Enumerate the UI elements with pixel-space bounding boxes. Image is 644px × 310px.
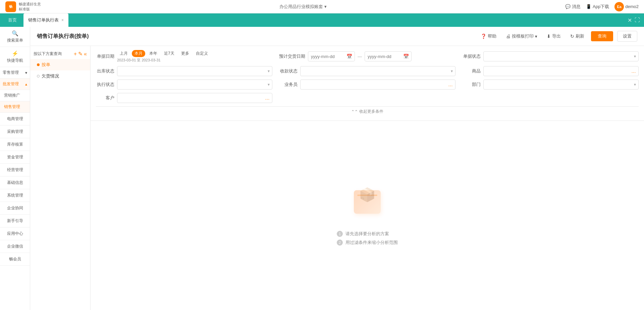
date-range-text: 2023-03-01 至 2023-03-31: [117, 58, 272, 63]
sidebar: 🔍 搜索菜单 ⚡ 快捷导航 零售管理 ▾ 批发管理 ▴ 营销推广 销售管理 电商…: [0, 27, 30, 310]
left-panel-header: 按以下方案查询 + ✎ «: [30, 49, 90, 59]
receipt-status-select[interactable]: [300, 66, 455, 76]
sidebar-sub-sales[interactable]: 销售管理: [0, 101, 30, 113]
goods-input[interactable]: [483, 66, 639, 76]
date-tab-7-days[interactable]: 近7天: [161, 50, 177, 57]
add-scheme-button[interactable]: +: [74, 51, 77, 57]
tab-close-icon[interactable]: ×: [61, 18, 64, 22]
dept-select[interactable]: [483, 80, 639, 90]
empty-steps: 1 请先选择要分析的方案 2 用过滤条件来缩小分析范围: [337, 231, 398, 246]
sidebar-wholesale-label: 批发管理: [3, 81, 19, 87]
collapse-panel-button[interactable]: «: [84, 51, 87, 57]
tab-minimize-icon[interactable]: ✕: [628, 17, 632, 23]
main-layout: 🔍 搜索菜单 ⚡ 快捷导航 零售管理 ▾ 批发管理 ▴ 营销推广 销售管理 电商…: [0, 27, 644, 310]
expected-date-start-input[interactable]: [308, 51, 355, 61]
help-button[interactable]: ❓ 帮助: [478, 32, 499, 41]
message-nav-item[interactable]: 💬 消息: [565, 4, 581, 10]
empty-step-2: 2 用过滤条件来缩小分析范围: [337, 240, 398, 246]
tab-expand-icon[interactable]: ⛶: [635, 17, 640, 23]
tab-bar: 首页 销售订单执行表 × ✕ ⛶: [0, 13, 644, 27]
sidebar-marketing-label: 营销推广: [4, 93, 20, 98]
status-select[interactable]: [483, 51, 639, 61]
export-button[interactable]: ⬇ 导出: [544, 32, 564, 41]
dept-control: ▾: [483, 80, 639, 90]
message-icon: 💬: [565, 4, 571, 9]
breadcrumb-label[interactable]: 办公用品行业模拟账套: [279, 4, 323, 10]
main-content: 按以下方案查询 + ✎ « 按单 欠货情况: [30, 46, 644, 310]
sidebar-item-operations[interactable]: 经营管理: [0, 164, 30, 176]
query-button[interactable]: 查询: [591, 31, 613, 41]
sidebar-item-member[interactable]: 畅会员: [0, 253, 30, 266]
sidebar-item-purchase[interactable]: 采购管理: [0, 125, 30, 138]
breadcrumb: 办公用品行业模拟账套 ▾: [279, 4, 327, 10]
sidebar-item-enterprise[interactable]: 企业协同: [0, 202, 30, 215]
right-panel: 单据日期 上月 本月 本年 近7天 更多 自定义: [91, 46, 644, 310]
filter-section: 单据日期 上月 本月 本年 近7天 更多 自定义: [91, 46, 644, 121]
sidebar-wholesale-arrow: ▴: [25, 82, 27, 87]
sidebar-purchase-label: 采购管理: [7, 129, 23, 135]
brand-text: 畅捷通好生意 标准版: [19, 2, 41, 11]
salesperson-dots-icon[interactable]: …: [448, 82, 453, 87]
salesperson-cell: 业务员 …: [279, 80, 455, 90]
expected-date-end-input[interactable]: [365, 51, 412, 61]
app-download-nav-item[interactable]: 📱 App下载: [586, 4, 609, 10]
edit-scheme-button[interactable]: ✎: [78, 51, 83, 57]
breadcrumb-dropdown-icon[interactable]: ▾: [324, 4, 327, 9]
dept-label: 部门: [462, 82, 481, 88]
step-1-num: 1: [337, 231, 343, 237]
sidebar-item-quick-nav[interactable]: ⚡ 快捷导航: [0, 47, 30, 67]
content-area: 销售订单执行表(按单) ❓ 帮助 🖨 按模板打印 ▾ ⬇ 导出 ↻ 刷新: [30, 27, 644, 310]
refresh-icon: ↻: [570, 34, 574, 39]
goods-cell: 商品 …: [462, 66, 639, 76]
sidebar-item-system[interactable]: 系统管理: [0, 189, 30, 202]
brand-name: 畅捷通好生意: [19, 2, 41, 6]
sidebar-member-label: 畅会员: [9, 256, 21, 262]
goods-dots-icon[interactable]: …: [631, 68, 636, 74]
receipt-status-cell: 收款状态 ▾: [279, 66, 455, 76]
brand-area: 畅 畅捷通好生意 标准版: [5, 1, 41, 12]
sidebar-item-ecommerce[interactable]: 电商管理: [0, 113, 30, 125]
date-tab-this-year[interactable]: 本年: [147, 50, 160, 57]
sidebar-sub-marketing[interactable]: 营销推广: [0, 90, 30, 101]
delivery-status-select[interactable]: [117, 66, 272, 76]
user-avatar-nav[interactable]: Ea demo2: [614, 2, 639, 11]
salesperson-input[interactable]: [300, 80, 455, 90]
delivery-status-cell: 出库状态 ▾: [96, 66, 272, 76]
empty-step-1: 1 请先选择要分析的方案: [337, 231, 398, 237]
sidebar-item-app-center[interactable]: 应用中心: [0, 227, 30, 240]
collapse-bar[interactable]: ⌃⌃ 收起更多条件: [96, 106, 639, 116]
brand-logo: 畅: [5, 1, 16, 12]
date-tab-more[interactable]: 更多: [178, 50, 192, 57]
tab-home[interactable]: 首页: [3, 13, 22, 27]
sidebar-system-label: 系统管理: [7, 193, 23, 198]
sidebar-item-wholesale[interactable]: 批发管理 ▴: [0, 79, 30, 90]
help-icon: ❓: [481, 34, 486, 39]
settings-button[interactable]: 设置: [617, 31, 637, 42]
sidebar-item-new-user[interactable]: 新手引导: [0, 215, 30, 227]
sidebar-item-finance[interactable]: 资金管理: [0, 151, 30, 164]
scheme-by-order[interactable]: 按单: [30, 59, 90, 70]
customer-dots-icon[interactable]: …: [265, 95, 270, 101]
sidebar-item-wechat[interactable]: 企业微信: [0, 240, 30, 253]
inactive-scheme-indicator: [37, 75, 40, 78]
sidebar-item-basic-info[interactable]: 基础信息: [0, 176, 30, 189]
sidebar-item-search[interactable]: 🔍 搜索菜单: [0, 27, 30, 47]
date-tab-custom[interactable]: 自定义: [193, 50, 211, 57]
tab-sales-order[interactable]: 销售订单执行表 ×: [23, 13, 68, 27]
receipt-status-label: 收款状态: [279, 68, 298, 74]
sidebar-item-retail[interactable]: 零售管理 ▾: [0, 67, 30, 79]
customer-cell: 客户 …: [96, 93, 272, 103]
print-button[interactable]: 🖨 按模板打印 ▾: [503, 32, 540, 41]
customer-input[interactable]: [117, 93, 272, 103]
date-tab-this-month[interactable]: 本月: [132, 50, 145, 57]
scheme-shortage-label: 欠货情况: [42, 73, 59, 79]
sidebar-item-inventory[interactable]: 库存核算: [0, 138, 30, 151]
app-download-label: App下载: [593, 4, 609, 10]
exec-status-select[interactable]: [117, 80, 272, 90]
print-label: 按模板打印: [512, 33, 534, 39]
sidebar-item-label: 搜索菜单: [7, 38, 23, 43]
scheme-shortage[interactable]: 欠货情况: [30, 70, 90, 82]
date-tab-last-month[interactable]: 上月: [117, 50, 130, 57]
status-control: ▾: [483, 51, 639, 61]
refresh-button[interactable]: ↻ 刷新: [568, 32, 587, 41]
